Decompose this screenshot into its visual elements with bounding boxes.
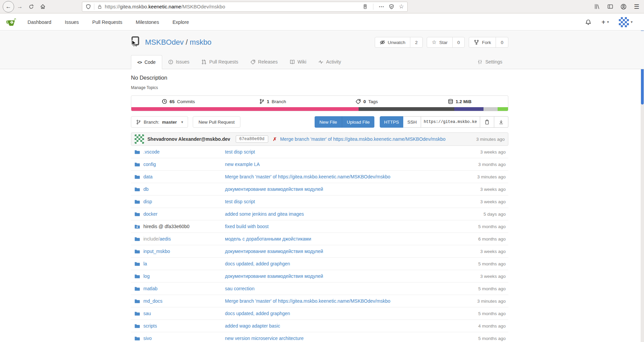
file-name-link[interactable]: data bbox=[143, 174, 152, 179]
menu-hamburger-icon[interactable]: ☰ bbox=[634, 4, 639, 10]
user-menu[interactable]: ▾ bbox=[619, 17, 633, 27]
stat-tags[interactable]: 0Tags bbox=[320, 99, 414, 104]
protections-shield-icon[interactable] bbox=[389, 4, 394, 9]
lock-icon[interactable] bbox=[97, 4, 102, 9]
folder-icon bbox=[134, 323, 140, 329]
https-toggle[interactable]: HTTPS bbox=[380, 116, 403, 128]
library-icon[interactable] bbox=[594, 4, 600, 9]
url-bar[interactable]: https://gitea.mskbo.keenetic.name/MSKBOd… bbox=[82, 2, 408, 12]
nav-issues[interactable]: Issues bbox=[65, 19, 79, 25]
tab-activity[interactable]: Activity bbox=[312, 55, 347, 69]
file-commit-message-link[interactable]: new example LA bbox=[225, 162, 260, 167]
account-icon[interactable] bbox=[620, 4, 627, 10]
new-file-button[interactable]: New File bbox=[315, 116, 342, 128]
file-commit-message-link[interactable]: added wago adapter basic bbox=[225, 323, 280, 329]
download-button[interactable] bbox=[494, 116, 508, 128]
file-name-link[interactable]: input_mskbo bbox=[143, 249, 170, 254]
tab-wiki[interactable]: Wiki bbox=[284, 55, 312, 69]
pull-request-icon bbox=[201, 59, 206, 65]
chevron-down-icon: ▾ bbox=[607, 20, 609, 24]
file-commit-message-link[interactable]: документирование взаимодействия модулей bbox=[225, 273, 323, 279]
watch-count[interactable]: 2 bbox=[410, 37, 422, 47]
nav-dashboard[interactable]: Dashboard bbox=[28, 19, 51, 25]
nav-milestones[interactable]: Milestones bbox=[136, 19, 159, 25]
fork-button[interactable]: Fork 0 bbox=[469, 37, 508, 48]
manage-topics-link[interactable]: Manage Topics bbox=[131, 85, 508, 90]
file-name-link[interactable]: log bbox=[143, 273, 150, 279]
branch-dropdown[interactable]: Branch: master ▾ bbox=[131, 116, 188, 128]
file-commit-message-link[interactable]: модель с доработанными джойстиками bbox=[225, 236, 311, 242]
browser-forward-button[interactable]: → bbox=[14, 1, 26, 12]
file-name-link[interactable]: .vscode bbox=[143, 149, 159, 155]
browser-reload-button[interactable] bbox=[26, 1, 37, 12]
commit-message-link[interactable]: Merge branch 'master' of https://gitea.m… bbox=[280, 136, 445, 142]
create-new-menu[interactable]: + ▾ bbox=[601, 19, 609, 26]
file-name-link[interactable]: hiredis @ dfa33e60b0 bbox=[143, 224, 189, 229]
file-commit-message-link[interactable]: test disp script bbox=[225, 199, 255, 204]
file-commit-message-cell: docs updated, added graphgen bbox=[225, 261, 465, 266]
file-name-link[interactable]: docker bbox=[143, 211, 157, 217]
clone-url-input[interactable] bbox=[421, 116, 480, 128]
file-commit-message-link[interactable]: new version microservice architecture bbox=[225, 336, 304, 341]
file-name-link[interactable]: sau bbox=[143, 311, 151, 316]
file-name-link[interactable]: scripts bbox=[143, 323, 157, 329]
repo-name-link[interactable]: mskbo bbox=[190, 38, 212, 46]
file-commit-message-link[interactable]: Merge branch 'master' of https://gitea.m… bbox=[225, 174, 390, 179]
browser-back-button[interactable]: ← bbox=[3, 1, 14, 12]
page-actions-icon[interactable]: ⋯ bbox=[379, 4, 384, 9]
sidebar-toggle-icon[interactable] bbox=[607, 4, 613, 9]
copy-url-button[interactable] bbox=[480, 116, 494, 128]
tab-code[interactable]: <> Code bbox=[131, 55, 162, 69]
file-name-link[interactable]: sivo bbox=[143, 336, 152, 341]
file-commit-message-link[interactable]: документирование взаимодействия модулей bbox=[225, 186, 323, 192]
file-commit-message-link[interactable]: sau correction bbox=[225, 286, 255, 291]
file-name-link[interactable]: matlab bbox=[143, 286, 157, 291]
file-name-link[interactable]: disp bbox=[143, 199, 152, 204]
star-button[interactable]: ☆Star 0 bbox=[427, 37, 465, 48]
file-commit-message-link[interactable]: docs updated, added graphgen bbox=[225, 261, 290, 266]
tab-issues[interactable]: Issues bbox=[162, 55, 195, 69]
file-name-link[interactable]: include/aedis bbox=[143, 236, 171, 242]
file-commit-message-link[interactable]: test disp script bbox=[225, 149, 255, 155]
gitea-logo-icon[interactable] bbox=[6, 17, 17, 28]
repo-owner-link[interactable]: MSKBOdev bbox=[145, 38, 184, 46]
file-name-link[interactable]: db bbox=[143, 186, 149, 192]
tab-settings[interactable]: Settings bbox=[471, 55, 508, 69]
file-commit-message-cell: added some jenkins and gitea images bbox=[225, 211, 465, 217]
unwatch-button[interactable]: Unwatch 2 bbox=[375, 37, 423, 48]
file-name-link[interactable]: config bbox=[143, 162, 156, 167]
tracking-shield-icon[interactable] bbox=[86, 4, 91, 9]
fork-count[interactable]: 0 bbox=[496, 37, 508, 47]
stat-branches[interactable]: 1Branch bbox=[226, 99, 320, 104]
file-commit-message-link[interactable]: Merge branch 'master' of https://gitea.m… bbox=[225, 298, 390, 304]
star-count[interactable]: 0 bbox=[452, 37, 465, 47]
file-commit-message-link[interactable]: fixed build with boost bbox=[225, 224, 269, 229]
stat-commits[interactable]: 65Commits bbox=[131, 99, 226, 104]
tab-releases[interactable]: Releases bbox=[244, 55, 284, 69]
browser-toolbar: ← → https://gitea.mskbo.keenetic.name/MS… bbox=[0, 0, 644, 13]
nav-pull-requests[interactable]: Pull Requests bbox=[92, 19, 122, 25]
ci-status-failed-icon[interactable]: ✗ bbox=[273, 137, 277, 141]
star-icon: ☆ bbox=[432, 40, 436, 45]
bookmark-star-icon[interactable]: ☆ bbox=[399, 4, 404, 9]
nav-explore[interactable]: Explore bbox=[173, 19, 189, 25]
file-commit-message-link[interactable]: added some jenkins and gitea images bbox=[225, 211, 304, 217]
tab-pull-requests[interactable]: Pull Requests bbox=[195, 55, 244, 69]
home-icon bbox=[40, 4, 46, 9]
notifications-bell-icon[interactable] bbox=[585, 19, 591, 25]
file-name-link[interactable]: la bbox=[143, 261, 147, 266]
file-commit-message-link[interactable]: docs updated, added graphgen bbox=[225, 311, 290, 316]
new-pull-request-button[interactable]: New Pull Request bbox=[193, 116, 240, 128]
file-commit-message-link[interactable]: документирование взаимодействия модулей bbox=[225, 249, 323, 254]
code-icon: <> bbox=[137, 60, 142, 65]
upload-file-button[interactable]: Upload File bbox=[342, 116, 374, 128]
commit-sha-badge[interactable]: 67ea80e69d bbox=[236, 135, 268, 143]
file-commit-time: 5 months ago bbox=[465, 336, 508, 341]
file-commit-message-cell: test disp script bbox=[225, 199, 465, 204]
file-name-link[interactable]: md_docs bbox=[143, 298, 163, 304]
browser-home-button[interactable] bbox=[37, 1, 48, 12]
ssh-toggle[interactable]: SSH bbox=[403, 116, 421, 128]
url-text[interactable]: https://gitea.mskbo.keenetic.name/MSKBOd… bbox=[105, 4, 363, 9]
folder-icon bbox=[134, 298, 140, 304]
reader-mode-icon[interactable] bbox=[363, 4, 368, 9]
